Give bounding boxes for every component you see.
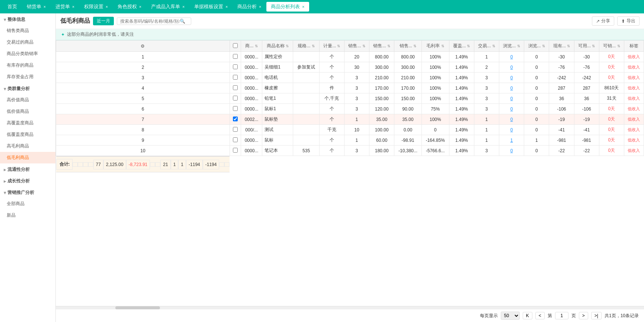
sidebar-item-new-goods[interactable]: 新品 xyxy=(0,210,55,221)
last-page-button[interactable]: >| xyxy=(591,312,602,319)
sort-icon-sales-amount[interactable]: ⇅ xyxy=(413,44,416,48)
nav-close-products-in[interactable]: × xyxy=(182,4,185,9)
th-spec[interactable]: 规格... ⇅ xyxy=(293,41,319,52)
row-checkbox-3[interactable] xyxy=(233,85,238,90)
nav-home[interactable]: 首页 xyxy=(3,2,22,12)
export-button[interactable]: ⬆ 导出 xyxy=(617,16,640,26)
cell-browse1[interactable]: 0 xyxy=(499,62,524,73)
th-tag[interactable]: 标签 xyxy=(624,41,644,52)
th-browse2[interactable]: 浏览... ⇅ xyxy=(524,41,549,52)
nav-close-purchase[interactable]: × xyxy=(72,4,74,9)
sidebar-item-low-value[interactable]: 低价值商品 xyxy=(0,106,55,117)
cell-browse1[interactable]: 0 xyxy=(499,146,524,156)
cell-browse1[interactable]: 0 xyxy=(499,83,524,93)
th-coverage[interactable]: 覆盖... ⇅ xyxy=(449,41,474,52)
sort-icon-gross-rate[interactable]: ⇅ xyxy=(441,44,444,48)
row-checkbox-4[interactable] xyxy=(233,96,238,101)
th-trade[interactable]: 交易... ⇅ xyxy=(474,41,499,52)
nav-roles[interactable]: 角色授权 × xyxy=(113,2,146,12)
cell-browse1[interactable]: 0 xyxy=(499,93,524,104)
cell-browse1[interactable]: 1 xyxy=(499,135,524,146)
th-name[interactable]: 商品名称 ⇅ xyxy=(262,41,293,52)
sidebar-section-growth[interactable]: ▸ 成长性分析 xyxy=(0,175,55,186)
nav-sales[interactable]: 销货单 × xyxy=(22,2,50,12)
sort-icon-current[interactable]: ⇅ xyxy=(567,44,570,48)
prev-page-button[interactable]: < xyxy=(535,312,545,319)
cell-check[interactable] xyxy=(230,114,241,125)
cell-check[interactable] xyxy=(230,73,241,83)
nav-close-goods-analysis-list[interactable]: × xyxy=(302,4,304,9)
th-sales-amount[interactable]: 销售... ⇅ xyxy=(394,41,422,52)
cell-check[interactable] xyxy=(230,93,241,104)
sidebar-item-in-stock[interactable]: 有库存的商品 xyxy=(0,60,55,71)
sidebar-item-traded-goods[interactable]: 交易过的商品 xyxy=(0,36,55,48)
nav-goods-analysis[interactable]: 商品分析 × xyxy=(233,2,266,12)
nav-close-sales[interactable]: × xyxy=(44,4,46,9)
row-checkbox-1[interactable] xyxy=(233,64,238,69)
sidebar-section-overall[interactable]: ▾ 整体信息 xyxy=(0,13,55,25)
cell-check[interactable] xyxy=(230,83,241,93)
sidebar-item-low-margin[interactable]: 低毛利商品 xyxy=(0,152,55,163)
cell-browse1[interactable]: 0 xyxy=(499,125,524,135)
sort-icon-unit[interactable]: ⇅ xyxy=(337,44,340,48)
sidebar-item-stock-capital[interactable]: 库存资金占用 xyxy=(0,71,55,83)
th-unit[interactable]: 计量... ⇅ xyxy=(319,41,344,52)
th-gross-rate[interactable]: 毛利率 ⇅ xyxy=(422,41,449,52)
nav-purchase[interactable]: 进货单 × xyxy=(51,2,79,12)
cell-check[interactable] xyxy=(230,125,241,135)
cell-browse1[interactable]: 0 xyxy=(499,73,524,83)
row-checkbox-2[interactable] xyxy=(233,75,238,80)
th-code[interactable]: 商... ⇅ xyxy=(241,41,262,52)
sidebar-section-cluster[interactable]: ▾ 类群量分析 xyxy=(0,83,55,94)
row-checkbox-7[interactable] xyxy=(233,127,238,132)
share-button[interactable]: ↗ 分享 xyxy=(592,16,614,26)
row-checkbox-6[interactable] xyxy=(233,117,238,121)
nav-close-template[interactable]: × xyxy=(225,4,228,9)
nav-products-in[interactable]: 产成品入库单 × xyxy=(147,2,189,12)
horizontal-scrollbar[interactable] xyxy=(56,306,644,309)
th-sales-qty[interactable]: 销售... ⇅ xyxy=(344,41,369,52)
sort-icon-usable[interactable]: ⇅ xyxy=(592,44,595,48)
scrollbar-thumb[interactable] xyxy=(115,306,160,309)
sidebar-item-high-value[interactable]: 高价值商品 xyxy=(0,94,55,106)
cell-check[interactable] xyxy=(230,104,241,114)
th-sales-price[interactable]: 销售... ⇅ xyxy=(369,41,394,52)
date-filter-button[interactable]: 近一月 xyxy=(93,17,114,25)
sidebar-item-category-rate[interactable]: 商品分类助销率 xyxy=(0,48,55,60)
search-icon[interactable]: 🔍 xyxy=(180,19,185,24)
sort-icon-sales-price[interactable]: ⇅ xyxy=(387,44,390,48)
next-page-button[interactable]: > xyxy=(579,312,588,319)
sidebar-item-sales-goods[interactable]: 销售类商品 xyxy=(0,25,55,36)
cell-browse1[interactable]: 0 xyxy=(499,52,524,62)
sort-icon-sales-qty[interactable]: ⇅ xyxy=(362,44,365,48)
cell-check[interactable] xyxy=(230,52,241,62)
nav-close-permissions[interactable]: × xyxy=(106,4,108,9)
sidebar-item-high-margin[interactable]: 高毛利商品 xyxy=(0,140,55,152)
cell-check[interactable] xyxy=(230,135,241,146)
sort-icon-trade[interactable]: ⇅ xyxy=(492,44,495,48)
first-page-button[interactable]: K xyxy=(523,312,532,319)
sidebar-section-liquidity[interactable]: ▸ 流通性分析 xyxy=(0,163,55,175)
th-current[interactable]: 现有... ⇅ xyxy=(549,41,574,52)
cell-check[interactable] xyxy=(230,146,241,156)
nav-close-roles[interactable]: × xyxy=(139,4,141,9)
cell-browse1[interactable]: 0 xyxy=(499,104,524,114)
sidebar-item-low-coverage[interactable]: 低覆盖度商品 xyxy=(0,129,55,140)
row-checkbox-9[interactable] xyxy=(233,148,238,153)
row-checkbox-5[interactable] xyxy=(233,106,238,111)
th-settings[interactable]: ⚙ xyxy=(56,41,230,52)
row-checkbox-8[interactable] xyxy=(233,137,238,142)
sort-icon-browse2[interactable]: ⇅ xyxy=(542,44,545,48)
sort-icon-code[interactable]: ⇅ xyxy=(255,44,258,48)
sort-icon-name[interactable]: ⇅ xyxy=(286,44,289,48)
sort-icon-spec[interactable]: ⇅ xyxy=(312,44,315,48)
th-check[interactable] xyxy=(230,41,241,52)
th-usable[interactable]: 可用... ⇅ xyxy=(574,41,599,52)
cell-check[interactable] xyxy=(230,62,241,73)
nav-close-goods-analysis[interactable]: × xyxy=(259,4,261,9)
search-input[interactable] xyxy=(120,19,180,24)
nav-template[interactable]: 单据模板设置 × xyxy=(190,2,232,12)
page-input[interactable] xyxy=(555,312,568,319)
th-browse1[interactable]: 浏览... ⇅ xyxy=(499,41,524,52)
sort-icon-browse1[interactable]: ⇅ xyxy=(517,44,520,48)
